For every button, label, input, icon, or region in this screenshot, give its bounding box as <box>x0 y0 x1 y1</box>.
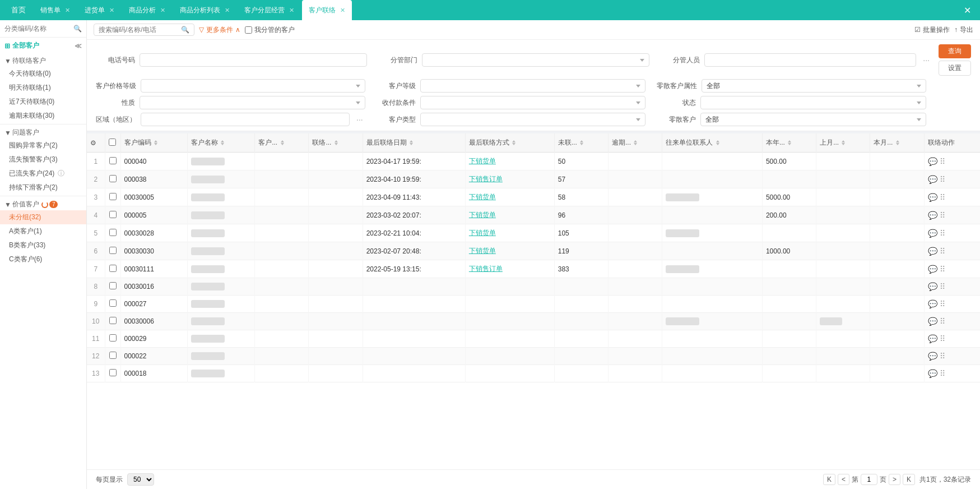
page-last-button[interactable]: K <box>903 474 915 485</box>
cell-checkbox[interactable] <box>105 224 120 242</box>
cell-last-contact-way[interactable]: 下销货单 <box>465 224 554 242</box>
filter-status-select[interactable] <box>700 96 926 109</box>
chat-icon[interactable]: 💬 <box>928 334 937 343</box>
row-checkbox[interactable] <box>109 247 117 254</box>
settings-icon[interactable]: ⚙ <box>90 139 96 147</box>
more-icon[interactable]: ⠿ <box>940 229 945 238</box>
more-icon[interactable]: ⠿ <box>940 317 945 326</box>
cell-last-contact-way[interactable] <box>465 330 554 348</box>
col-code[interactable]: 客户编码 <box>120 133 187 153</box>
sidebar-all-customers[interactable]: ⊞ 全部客户 ≪ <box>0 38 86 54</box>
sort-icon[interactable] <box>410 140 413 145</box>
chat-icon[interactable]: 💬 <box>928 265 937 274</box>
filter-area-input[interactable] <box>141 113 350 126</box>
page-first-button[interactable]: K <box>823 474 835 485</box>
chat-icon[interactable]: 💬 <box>928 211 937 220</box>
sort-icon[interactable] <box>580 140 583 145</box>
row-checkbox[interactable] <box>109 229 117 236</box>
cell-last-contact-way[interactable]: 下销货单 <box>465 242 554 260</box>
filter-customer-level-select[interactable] <box>420 79 646 93</box>
sidebar-item-class-a[interactable]: A类客户(1) <box>0 224 86 238</box>
sidebar-item-today-pending[interactable]: 今天待联络(0) <box>0 67 86 81</box>
more-icon[interactable]: ⠿ <box>940 369 945 378</box>
chat-icon[interactable]: 💬 <box>928 299 937 308</box>
cell-checkbox[interactable] <box>105 170 120 188</box>
row-checkbox[interactable] <box>109 299 117 307</box>
row-checkbox[interactable] <box>109 282 117 289</box>
col-settings[interactable]: ⚙ <box>87 133 105 153</box>
cell-last-contact-way[interactable] <box>465 296 554 313</box>
col-last-contact-date[interactable]: 最后联络日期 <box>363 133 465 153</box>
page-prev-button[interactable]: < <box>838 474 849 485</box>
close-icon[interactable]: ✕ <box>109 7 114 14</box>
window-close-button[interactable]: ✕ <box>959 5 976 16</box>
close-icon[interactable]: ✕ <box>65 7 70 14</box>
more-icon[interactable]: ⠿ <box>940 211 945 220</box>
my-customers-checkbox-label[interactable]: 我分管的客户 <box>245 25 295 35</box>
cell-last-contact-way[interactable] <box>465 278 554 296</box>
more-icon[interactable]: ⠿ <box>940 282 945 291</box>
cell-last-contact-way[interactable]: 下销货单 <box>465 153 554 170</box>
row-checkbox[interactable] <box>109 157 117 164</box>
refresh-icon[interactable] <box>41 201 48 208</box>
cell-last-contact-way[interactable]: 下销售订单 <box>465 170 554 188</box>
more-icon[interactable]: ⠿ <box>940 299 945 308</box>
sidebar-item-tomorrow-pending[interactable]: 明天待联络(1) <box>0 81 86 95</box>
nav-tab-customer-segment[interactable]: 客户分层经营 ✕ <box>238 0 301 20</box>
chat-icon[interactable]: 💬 <box>928 229 937 238</box>
cell-checkbox[interactable] <box>105 206 120 224</box>
page-next-button[interactable]: > <box>889 474 900 485</box>
page-number-input[interactable] <box>861 474 877 485</box>
cell-checkbox[interactable] <box>105 278 120 296</box>
more-icon[interactable]: ⠿ <box>940 193 945 202</box>
filter-area-dots[interactable]: ··· <box>354 115 365 124</box>
filter-person-input[interactable] <box>704 53 916 67</box>
col-checkbox-all[interactable] <box>105 133 120 153</box>
sidebar-item-class-c[interactable]: C类客户(6) <box>0 252 86 266</box>
select-all-checkbox[interactable] <box>109 139 116 146</box>
cell-checkbox[interactable] <box>105 296 120 313</box>
cell-checkbox[interactable] <box>105 330 120 348</box>
close-icon[interactable]: ✕ <box>160 7 165 14</box>
batch-ops-button[interactable]: ☑ 批量操作 <box>914 25 950 35</box>
close-icon[interactable]: ✕ <box>225 7 230 14</box>
row-checkbox[interactable] <box>109 369 117 376</box>
cell-checkbox[interactable] <box>105 188 120 206</box>
contact-way-link[interactable]: 下销货单 <box>469 193 496 201</box>
col-contact[interactable]: 联络... <box>309 133 363 153</box>
sidebar-item-class-b[interactable]: B类客户(33) <box>0 238 86 252</box>
close-icon[interactable]: ✕ <box>289 7 294 14</box>
sort-icon[interactable] <box>281 140 284 145</box>
row-checkbox[interactable] <box>109 352 117 359</box>
sort-icon[interactable] <box>842 140 845 145</box>
row-checkbox[interactable] <box>109 317 117 324</box>
search-icon[interactable]: 🔍 <box>73 25 82 33</box>
sort-icon[interactable] <box>896 140 899 145</box>
cell-checkbox[interactable] <box>105 153 120 170</box>
more-icon[interactable]: ⠿ <box>940 352 945 361</box>
chat-icon[interactable]: 💬 <box>928 369 937 378</box>
nav-tab-analysis-list[interactable]: 商品分析列表 ✕ <box>173 0 236 20</box>
contact-way-link[interactable]: 下销货单 <box>469 211 496 219</box>
chat-icon[interactable]: 💬 <box>928 247 937 256</box>
collapse-icon[interactable]: ≪ <box>75 42 82 50</box>
row-checkbox[interactable] <box>109 265 117 272</box>
cell-checkbox[interactable] <box>105 348 120 365</box>
search-icon[interactable]: 🔍 <box>181 26 189 34</box>
sidebar-item-overdue[interactable]: 逾期未联络(30) <box>0 109 86 123</box>
nav-tab-analysis[interactable]: 商品分析 ✕ <box>122 0 172 20</box>
sidebar-item-7days-pending[interactable]: 近7天待联络(0) <box>0 95 86 109</box>
sidebar-item-ungroup[interactable]: 未分组(32) <box>0 210 86 224</box>
nav-tab-customer-contact[interactable]: 客户联络 ✕ <box>302 0 352 20</box>
sort-icon[interactable] <box>716 140 719 145</box>
more-icon[interactable]: ⠿ <box>940 247 945 256</box>
filter-payment-select[interactable] <box>420 96 646 109</box>
sort-icon[interactable] <box>154 140 157 145</box>
query-button[interactable]: 查询 <box>939 44 971 58</box>
contact-way-link[interactable]: 下销售订单 <box>469 265 503 273</box>
sidebar-item-churned[interactable]: 已流失客户(24) ⓘ <box>0 167 86 181</box>
export-button[interactable]: ↑ 导出 <box>954 25 973 35</box>
col-this-year[interactable]: 本年... <box>762 133 816 153</box>
nav-home[interactable]: 首页 <box>4 5 32 15</box>
row-checkbox[interactable] <box>109 193 117 200</box>
